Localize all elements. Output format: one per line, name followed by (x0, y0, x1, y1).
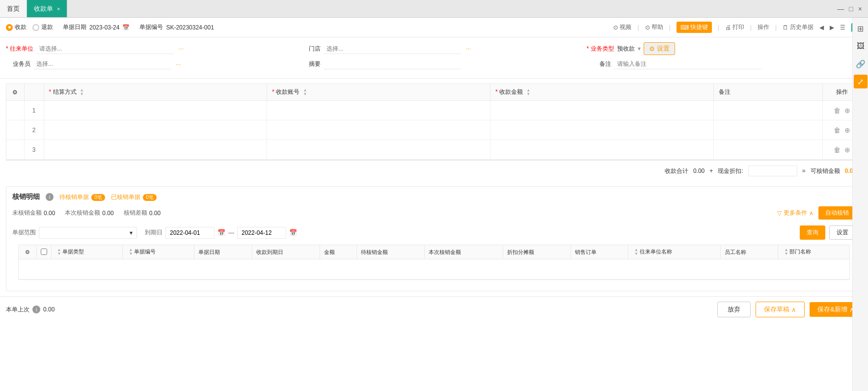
tab-home[interactable]: 首页 (0, 0, 27, 17)
footer: 本单上次 i 0.00 放弃 保存草稿 ∧ 保存&新增 ∧ (0, 296, 868, 322)
td-settlement-1[interactable] (44, 101, 267, 120)
radio-receive-label: 收款 (15, 23, 27, 31)
radio-receive[interactable]: 收款 (6, 23, 27, 31)
td-gear-1 (6, 101, 24, 120)
filter-row: 单据范围 ▾ 到期日 📅 — 📅 查询 设置 (12, 225, 856, 240)
salesperson-input[interactable] (33, 59, 171, 69)
calendar-to-icon[interactable]: 📅 (289, 229, 297, 236)
shop-dots[interactable]: ··· (466, 45, 471, 52)
shop-field: 门店 ··· (296, 44, 571, 54)
sidebar-resize-icon[interactable]: ⤢ (854, 75, 868, 88)
remark-input[interactable] (614, 59, 761, 69)
abandon-btn[interactable]: 放弃 (717, 302, 751, 317)
date-field: 单据日期 2023-03-24 📅 (63, 23, 130, 31)
shortcut-link[interactable]: ⌨ 快捷键 (677, 22, 712, 33)
settings-btn-label: 设置 (657, 44, 670, 53)
bth-pending: 待核销金额 (356, 245, 424, 259)
td-account-2[interactable] (267, 120, 490, 140)
settings-btn2[interactable]: 设置 (829, 225, 856, 240)
bth-gear[interactable]: ⚙ (19, 245, 36, 259)
th-num (24, 84, 44, 101)
date-from-input[interactable] (165, 227, 215, 239)
print-link[interactable]: 🖨 打印 (725, 23, 744, 31)
td-amount-3[interactable] (490, 140, 713, 160)
radio-refund[interactable]: 退款 (32, 23, 53, 31)
td-account-3[interactable] (267, 140, 490, 160)
biz-type-chevron[interactable]: ▾ (638, 45, 641, 52)
verify-info-icon[interactable]: i (46, 193, 54, 201)
close-btn[interactable]: × (858, 5, 862, 13)
table-row: 1 🗑 ⊕ (6, 101, 862, 120)
memo-field: 摘要 (296, 59, 571, 69)
td-remark-1[interactable] (713, 101, 822, 120)
nav-next[interactable]: ▶ (830, 24, 834, 31)
query-btn[interactable]: 查询 (800, 225, 825, 240)
sort-dept[interactable]: ▲▼ (784, 248, 788, 256)
copy-row-3-btn[interactable]: ⊕ (844, 146, 850, 154)
done-tab[interactable]: 已核销单据 0笔 (111, 193, 157, 201)
sidebar-table-icon[interactable]: ⊞ (854, 22, 868, 35)
td-remark-2[interactable] (713, 120, 822, 140)
remark-label: 备注 (587, 60, 611, 68)
td-settlement-3[interactable] (44, 140, 267, 160)
salesperson-dots[interactable]: ··· (176, 61, 181, 68)
settings-button[interactable]: ⚙ 设置 (644, 42, 675, 55)
th-gear[interactable]: ⚙ (6, 84, 24, 101)
divider5: | (775, 24, 777, 31)
discount-input[interactable] (748, 166, 797, 176)
sidebar-image-icon[interactable]: 🖼 (854, 39, 868, 53)
calendar-from-icon[interactable]: 📅 (217, 229, 225, 236)
from-unit-dots[interactable]: ··· (179, 45, 184, 52)
td-remark-3[interactable] (713, 140, 822, 160)
td-account-1[interactable] (267, 101, 490, 120)
footer-info-icon[interactable]: i (32, 306, 40, 313)
help-link[interactable]: ⊙ 帮助 (645, 23, 663, 31)
delete-row-2-btn[interactable]: 🗑 (834, 126, 841, 134)
sort-number[interactable]: ▲▼ (129, 248, 133, 256)
td-settlement-2[interactable] (44, 120, 267, 140)
history-link[interactable]: 🗒 历史单据 (783, 23, 814, 31)
pending-tab[interactable]: 待核销单据 0笔 (59, 193, 105, 201)
select-all-checkbox[interactable] (41, 249, 47, 255)
from-unit-input[interactable] (36, 44, 174, 54)
sort-amount[interactable]: ▲▼ (526, 88, 530, 96)
video-link[interactable]: ⊙ 视频 (613, 23, 631, 31)
sort-account[interactable]: ▲▼ (303, 88, 307, 96)
date-label: 单据日期 (63, 23, 86, 31)
sidebar-link-icon[interactable]: 🔗 (854, 57, 868, 71)
memo-input[interactable] (324, 59, 461, 69)
th-remark: 备注 (713, 84, 822, 101)
save-draft-btn[interactable]: 保存草稿 ∧ (756, 302, 805, 317)
help-label: 帮助 (651, 23, 663, 31)
this-verify-label: 本次核销金额 (65, 209, 100, 217)
maximize-btn[interactable]: □ (849, 5, 853, 13)
this-verify-value: 0.00 (102, 210, 113, 217)
bth-amount: 金额 (320, 245, 356, 259)
main-wrapper: 收款 退款 单据日期 2023-03-24 📅 单据编号 SK-20230324… (0, 18, 868, 391)
sort-from-unit[interactable]: ▲▼ (634, 248, 638, 256)
delete-row-1-btn[interactable]: 🗑 (834, 107, 841, 114)
copy-row-1-btn[interactable]: ⊕ (844, 107, 850, 114)
chevron-up-icon: ∧ (809, 210, 814, 217)
shop-input[interactable] (324, 44, 461, 54)
more-conditions-btn[interactable]: ▽ 更多条件 ∧ (777, 209, 814, 217)
filter-range-select[interactable]: ▾ (39, 227, 137, 239)
calendar-icon[interactable]: 📅 (122, 24, 130, 31)
auto-verify-btn[interactable]: 自动核销 (818, 206, 856, 220)
sort-type[interactable]: ▲▼ (57, 248, 61, 256)
nav-prev[interactable]: ◀ (819, 24, 824, 31)
copy-row-2-btn[interactable]: ⊕ (844, 126, 850, 134)
delete-row-3-btn[interactable]: 🗑 (834, 146, 841, 154)
tab-close-icon[interactable]: × (57, 6, 60, 12)
sort-settlement[interactable]: ▲▼ (80, 88, 84, 96)
bth-checkbox[interactable] (36, 245, 51, 259)
td-amount-2[interactable] (490, 120, 713, 140)
view-list-icon[interactable]: ☰ (840, 24, 845, 31)
td-amount-1[interactable] (490, 101, 713, 120)
operate-link[interactable]: 操作 (758, 23, 769, 31)
td-num-2: 2 (24, 120, 44, 140)
minimize-btn[interactable]: — (837, 5, 844, 13)
date-to-input[interactable] (237, 227, 286, 239)
tab-current[interactable]: 收款单 × (27, 0, 67, 17)
radio-group: 收款 退款 (6, 23, 53, 31)
